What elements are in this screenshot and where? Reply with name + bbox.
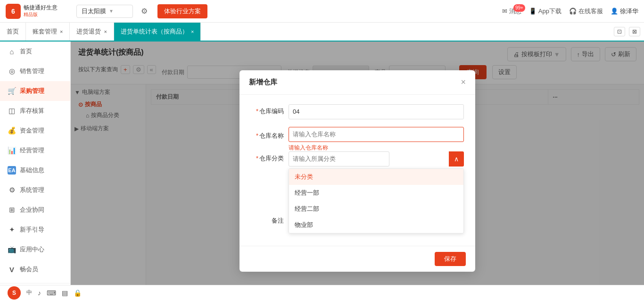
sidebar-item-appcenter[interactable]: 📺 应用中心 <box>0 240 70 259</box>
message-icon: ✉ <box>502 8 507 15</box>
tab-return[interactable]: 进货退货 × <box>70 23 114 41</box>
sidebar-enterprise-label: 企业协同 <box>20 206 44 214</box>
tab-bar: 首页 账套管理 × 进货退货 × 进货单统计表（按商品） × ⊡ ⊠ <box>0 23 644 42</box>
sidebar-item-home[interactable]: ⌂ 首页 <box>0 42 70 61</box>
warehouse-code-row: 仓库编码 <box>251 104 464 119</box>
app-logo-sub: 精品版 <box>24 11 58 18</box>
tab-home-label: 首页 <box>7 27 19 36</box>
status-text-zh: 中 <box>26 289 32 297</box>
guide-icon: ✦ <box>8 225 16 234</box>
sidebar-item-enterprise[interactable]: ⊞ 企业协同 <box>0 200 70 220</box>
tab-return-label: 进货退货 <box>76 27 101 36</box>
tab-restore-button[interactable]: ⊡ <box>614 27 625 36</box>
dropdown-item-unclassified[interactable]: 未分类 <box>289 169 463 185</box>
sidebar-guide-label: 新手引导 <box>20 225 44 234</box>
sidebar: ⌂ 首页 ◎ 销售管理 🛒 采购管理 ◫ 库存核算 💰 资金管理 📊 经营管理 … <box>0 42 71 300</box>
tab-account[interactable]: 账套管理 × <box>26 23 70 41</box>
status-keyboard-icon: ⌨ <box>47 289 56 297</box>
warehouse-category-row: 仓库分类 ∧ 未分类 经营一部 经营二部 物业部 <box>251 151 464 167</box>
settings-gear-icon[interactable]: ⚙ <box>137 4 152 19</box>
enterprise-icon: ⊞ <box>8 206 16 214</box>
category-dropdown-button[interactable]: ∧ <box>449 151 464 167</box>
sidebar-capital-label: 资金管理 <box>20 126 44 135</box>
dropdown-item-dept1[interactable]: 经营一部 <box>289 185 463 201</box>
warehouse-category-input[interactable] <box>289 151 389 167</box>
warehouse-name-input[interactable] <box>289 127 464 142</box>
sidebar-item-basic[interactable]: EA 基础信息 <box>0 160 70 180</box>
sidebar-item-inventory[interactable]: ◫ 库存核算 <box>0 101 70 121</box>
sidebar-home-label: 首页 <box>20 47 32 56</box>
dialog-footer: 保存 <box>239 246 475 272</box>
dialog-title: 新增仓库 <box>249 78 277 87</box>
new-warehouse-dialog: 新增仓库 × 仓库编码 仓库名称 请输入仓库名 <box>239 70 475 272</box>
status-lock-icon: 🔒 <box>74 289 82 297</box>
tab-home[interactable]: 首页 <box>0 23 26 41</box>
tab-expand-button[interactable]: ⊠ <box>629 27 640 36</box>
status-s-icon: S <box>8 286 21 300</box>
sidebar-item-guide[interactable]: ✦ 新手引导 <box>0 220 70 240</box>
status-music-icon: ♪ <box>38 289 41 297</box>
status-menu-icon: ▤ <box>62 289 68 297</box>
purchase-icon: 🛒 <box>8 87 16 95</box>
logo-area: 6 畅捷通好生意 精品版 <box>6 4 76 19</box>
sidebar-appcenter-label: 应用中心 <box>20 245 44 254</box>
dialog-body: 仓库编码 仓库名称 请输入仓库名称 仓库分类 <box>239 95 475 246</box>
dialog-header: 新增仓库 × <box>239 70 475 95</box>
dialog-close-button[interactable]: × <box>461 78 466 86</box>
warehouse-category-label: 仓库分类 <box>251 151 289 163</box>
messages-badge: 99+ <box>513 4 525 12</box>
sales-icon: ◎ <box>8 67 16 75</box>
tab-purchase-stats-close-icon[interactable]: × <box>191 29 194 34</box>
inventory-icon: ◫ <box>8 107 16 115</box>
user-name: 徐泽华 <box>620 7 638 16</box>
headset-icon: 🎧 <box>569 8 577 15</box>
mobile-icon: 📱 <box>529 8 537 15</box>
messages-button[interactable]: ✉ 消息 99+ <box>502 7 521 16</box>
sidebar-item-operations[interactable]: 📊 经营管理 <box>0 141 70 160</box>
online-service-button[interactable]: 🎧 在线客服 <box>569 7 603 16</box>
main-layout: ⌂ 首页 ◎ 销售管理 🛒 采购管理 ◫ 库存核算 💰 资金管理 📊 经营管理 … <box>0 42 644 300</box>
app-download-label: App下载 <box>538 7 561 16</box>
save-button[interactable]: 保存 <box>435 252 466 266</box>
warehouse-note-label: 备注 <box>251 214 289 225</box>
sidebar-item-system[interactable]: ⚙ 系统管理 <box>0 180 70 200</box>
system-icon: ⚙ <box>8 186 16 194</box>
vip-icon: V <box>8 265 16 274</box>
app-download-button[interactable]: 📱 App下载 <box>529 7 561 16</box>
warehouse-name-label: 仓库名称 <box>251 129 289 140</box>
warehouse-name-error: 请输入仓库名称 <box>289 144 328 152</box>
sidebar-vip-label: 畅会员 <box>20 265 38 274</box>
user-avatar[interactable]: 👤 徐泽华 <box>611 7 638 16</box>
warehouse-code-input[interactable] <box>289 104 464 119</box>
warehouse-code-label: 仓库编码 <box>251 104 289 116</box>
tab-account-close-icon[interactable]: × <box>60 29 63 34</box>
top-header: 6 畅捷通好生意 精品版 日太阳膜 ▼ ⚙ 体验行业方案 ✉ 消息 99+ 📱 … <box>0 0 644 23</box>
sidebar-sales-label: 销售管理 <box>20 67 44 75</box>
dropdown-item-dept2[interactable]: 经营二部 <box>289 201 463 217</box>
operations-icon: 📊 <box>8 146 16 155</box>
basic-ea-icon: EA <box>8 166 16 175</box>
warehouse-category-wrap: ∧ <box>289 151 464 167</box>
tab-purchase-stats[interactable]: 进货单统计表（按商品） × <box>114 23 201 41</box>
modal-overlay: 新增仓库 × 仓库编码 仓库名称 请输入仓库名 <box>71 42 644 300</box>
dropdown-item-dept3[interactable]: 物业部 <box>289 217 463 233</box>
tab-account-label: 账套管理 <box>33 27 57 36</box>
tab-return-close-icon[interactable]: × <box>104 29 107 34</box>
store-name: 日太阳膜 <box>82 7 106 16</box>
trial-button[interactable]: 体验行业方案 <box>157 4 207 18</box>
header-right-section: ✉ 消息 99+ 📱 App下载 🎧 在线客服 👤 徐泽华 <box>502 7 638 16</box>
app-logo-title: 畅捷通好生意 <box>24 4 58 12</box>
tab-bar-right: ⊡ ⊠ <box>614 27 644 36</box>
sidebar-item-capital[interactable]: 💰 资金管理 <box>0 121 70 141</box>
sidebar-item-purchase[interactable]: 🛒 采购管理 <box>0 81 70 101</box>
capital-icon: 💰 <box>8 126 16 135</box>
sidebar-item-vip[interactable]: V 畅会员 <box>0 259 70 279</box>
sidebar-basic-label: 基础信息 <box>20 166 44 175</box>
status-bar: S 中 ♪ ⌨ ▤ 🔒 <box>0 285 644 300</box>
warehouse-name-row: 仓库名称 请输入仓库名称 <box>251 127 464 142</box>
sidebar-item-sales[interactable]: ◎ 销售管理 <box>0 61 70 81</box>
store-selector[interactable]: 日太阳膜 ▼ <box>76 5 133 18</box>
category-dropdown-list: 未分类 经营一部 经营二部 物业部 <box>289 168 464 233</box>
appcenter-icon: 📺 <box>8 245 16 254</box>
sidebar-system-label: 系统管理 <box>20 186 44 194</box>
